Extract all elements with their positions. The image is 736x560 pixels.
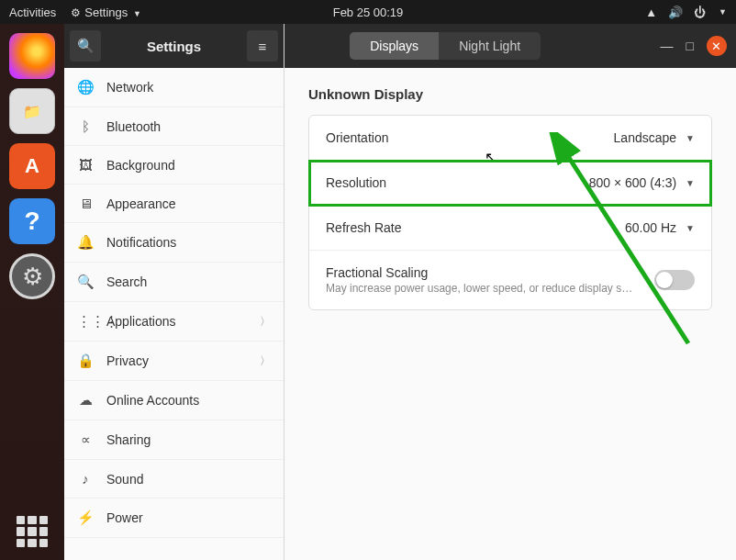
search-icon: 🔍 xyxy=(77,38,95,54)
globe-icon: 🌐 xyxy=(77,79,94,95)
system-menu-chevron-icon[interactable]: ▼ xyxy=(719,7,727,17)
show-applications-button[interactable] xyxy=(17,516,48,547)
sidebar-item-label: Appearance xyxy=(106,196,271,211)
resolution-value: 800 × 600 (4:3) xyxy=(589,175,676,190)
dock-files[interactable]: 📁 xyxy=(9,88,55,134)
sidebar-item-notifications[interactable]: 🔔Notifications xyxy=(64,223,284,263)
display-name-heading: Unknown Display xyxy=(308,86,712,102)
clock[interactable]: Feb 25 00:19 xyxy=(333,6,404,19)
chevron-down-icon: ▼ xyxy=(686,223,695,233)
dock-help[interactable]: ? xyxy=(9,198,55,244)
fractional-scaling-toggle[interactable] xyxy=(654,270,695,290)
sidebar-item-label: Applications xyxy=(106,314,247,329)
appmenu-button[interactable]: Settings ▼ xyxy=(71,6,141,19)
sidebar-item-background[interactable]: 🖼Background xyxy=(64,146,284,185)
settings-sidebar: 🔍 Settings ≡ 🌐Network ᛒBluetooth 🖼Backgr… xyxy=(64,24,284,560)
top-panel: Activities Settings ▼ Feb 25 00:19 ▲ 🔊 ⏻… xyxy=(0,0,736,24)
share-icon: ∝ xyxy=(77,431,94,448)
sidebar-item-label: Power xyxy=(106,510,271,525)
sidebar-item-label: Online Accounts xyxy=(106,393,271,408)
volume-icon[interactable]: 🔊 xyxy=(668,6,683,19)
window-maximize-button[interactable]: □ xyxy=(686,39,694,53)
search-icon: 🔍 xyxy=(77,274,94,290)
chevron-right-icon: 〉 xyxy=(260,353,271,369)
music-icon: ♪ xyxy=(77,471,94,487)
sidebar-item-applications[interactable]: ⋮⋮⋮Applications〉 xyxy=(64,302,284,342)
refresh-rate-row[interactable]: Refresh Rate 60.00 Hz ▼ xyxy=(309,206,711,251)
sidebar-title: Settings xyxy=(105,39,243,54)
bluetooth-icon: ᛒ xyxy=(77,118,94,134)
tab-night-light[interactable]: Night Light xyxy=(439,32,541,60)
orientation-value: Landscape xyxy=(614,130,677,145)
sidebar-item-search[interactable]: 🔍Search xyxy=(64,263,284,302)
sidebar-item-sharing[interactable]: ∝Sharing xyxy=(64,420,284,460)
display-settings-panel: Orientation Landscape ▼ Resolution 800 ×… xyxy=(308,115,712,310)
appearance-icon: 🖥 xyxy=(77,196,94,211)
content-pane: Displays Night Light — □ ✕ Unknown Displ… xyxy=(284,24,736,560)
dock-software[interactable]: A xyxy=(9,143,55,189)
sidebar-item-power[interactable]: ⚡Power xyxy=(64,498,284,538)
search-button[interactable]: 🔍 xyxy=(70,30,101,62)
sidebar-item-sound[interactable]: ♪Sound xyxy=(64,460,284,498)
sidebar-item-label: Sharing xyxy=(106,432,271,447)
window-minimize-button[interactable]: — xyxy=(661,39,674,53)
cloud-icon: ☁ xyxy=(77,392,94,409)
sidebar-header: 🔍 Settings ≡ xyxy=(64,24,284,68)
chevron-right-icon: 〉 xyxy=(260,314,271,330)
sidebar-item-label: Notifications xyxy=(106,235,271,250)
hamburger-menu-button[interactable]: ≡ xyxy=(247,30,278,62)
row-label: Resolution xyxy=(326,175,386,190)
sidebar-item-network[interactable]: 🌐Network xyxy=(64,68,284,107)
activities-button[interactable]: Activities xyxy=(9,6,56,19)
background-icon: 🖼 xyxy=(77,157,94,173)
sidebar-list: 🌐Network ᛒBluetooth 🖼Background 🖥Appeara… xyxy=(64,68,284,560)
settings-window: 🔍 Settings ≡ 🌐Network ᛒBluetooth 🖼Backgr… xyxy=(64,24,736,560)
row-label: Fractional Scaling xyxy=(326,265,638,280)
chevron-down-icon: ▼ xyxy=(686,133,695,143)
content-header: Displays Night Light — □ ✕ xyxy=(284,24,736,68)
grid-icon: ⋮⋮⋮ xyxy=(77,313,94,330)
resolution-row[interactable]: Resolution 800 × 600 (4:3) ▼ xyxy=(309,161,711,206)
power-icon[interactable]: ⏻ xyxy=(694,6,706,19)
sidebar-item-online-accounts[interactable]: ☁Online Accounts xyxy=(64,381,284,420)
header-tabs: Displays Night Light xyxy=(350,32,541,60)
dock: 📁 A ? ⚙ xyxy=(0,24,64,560)
row-label: Orientation xyxy=(326,130,388,145)
row-label: Refresh Rate xyxy=(326,220,401,235)
orientation-row[interactable]: Orientation Landscape ▼ xyxy=(309,116,711,161)
refresh-rate-value: 60.00 Hz xyxy=(625,220,676,235)
sidebar-item-label: Sound xyxy=(106,472,271,487)
sidebar-item-label: Network xyxy=(106,80,271,95)
menu-icon: ≡ xyxy=(259,39,267,54)
sidebar-item-label: Search xyxy=(106,274,271,289)
dock-firefox[interactable] xyxy=(9,33,55,79)
power-icon: ⚡ xyxy=(77,510,94,526)
lock-icon: 🔒 xyxy=(77,353,94,369)
fractional-scaling-row: Fractional Scaling May increase power us… xyxy=(309,251,711,309)
sidebar-item-label: Privacy xyxy=(106,353,247,368)
dock-settings[interactable]: ⚙ xyxy=(9,253,55,299)
tab-displays[interactable]: Displays xyxy=(350,32,439,60)
bell-icon: 🔔 xyxy=(77,234,94,251)
window-close-button[interactable]: ✕ xyxy=(707,36,727,56)
sidebar-item-appearance[interactable]: 🖥Appearance xyxy=(64,185,284,223)
displays-panel: Unknown Display Orientation Landscape ▼ … xyxy=(284,68,736,560)
sidebar-item-label: Bluetooth xyxy=(106,119,271,134)
network-indicator-icon[interactable]: ▲ xyxy=(645,6,657,19)
sidebar-item-privacy[interactable]: 🔒Privacy〉 xyxy=(64,342,284,381)
sidebar-item-label: Background xyxy=(106,158,271,173)
row-subtitle: May increase power usage, lower speed, o… xyxy=(326,282,638,295)
chevron-down-icon: ▼ xyxy=(686,178,695,188)
sidebar-item-bluetooth[interactable]: ᛒBluetooth xyxy=(64,107,284,146)
